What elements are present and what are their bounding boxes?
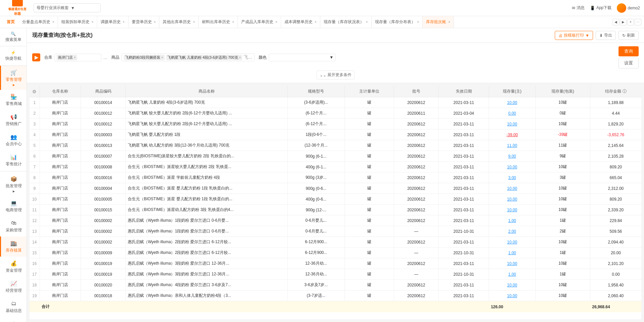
tab-2-close-icon[interactable]: ×	[92, 20, 94, 24]
user-area[interactable]: demo2	[617, 3, 640, 13]
row-qty-main[interactable]: 3.00	[489, 172, 535, 183]
ecommerce-icon: 💻	[10, 200, 17, 206]
color-dropdown[interactable]: ▼	[269, 54, 336, 61]
search-menu-btn[interactable]: 🔍 搜索英单	[2, 30, 24, 44]
row-qty-main[interactable]: 1.00	[489, 248, 535, 258]
row-expiry: 2021-03-11	[439, 280, 489, 290]
table-row: 9 南岸门店 00100004 合生元（BIOSTIME）派星 婴儿配方奶粉 1…	[30, 183, 641, 194]
row-num: 12	[30, 215, 40, 226]
sidebar-item-retail-stats[interactable]: 📊 零售统计	[0, 150, 26, 170]
row-qty-main[interactable]: 10.00	[489, 183, 535, 194]
settings-btn[interactable]: 设置	[619, 58, 639, 68]
tab-1[interactable]: 分量盘点单历史 ×	[19, 16, 58, 28]
row-qty-main[interactable]: 10.00	[489, 205, 535, 215]
expand-more-btn[interactable]: ⌄⌄ 展开更多条件	[317, 70, 355, 79]
tab-2[interactable]: 组装拆卸单历史 ×	[58, 16, 97, 28]
row-qty-main[interactable]: 10.00	[489, 290, 535, 301]
col-warehouse: 仓库名称	[40, 86, 81, 97]
sidebar-item-inventory[interactable]: 🏬 库存核算	[0, 236, 26, 257]
sidebar-item-wholesale[interactable]: 📦 批发管理 ▶	[0, 172, 26, 196]
tab-11-close-icon[interactable]: ×	[448, 20, 450, 24]
row-qty-main[interactable]: 10.00	[489, 97, 535, 108]
row-qty-main[interactable]: 10.00	[489, 280, 535, 290]
sidebar-item-finance[interactable]: 💰 资金管理	[0, 257, 26, 277]
query-btn[interactable]: 查询	[619, 46, 639, 56]
tab-11[interactable]: 库存批次账 ×	[423, 16, 454, 28]
tab-9[interactable]: 现存量（库存状况表） ×	[320, 16, 372, 28]
row-code: 00100018	[81, 290, 126, 301]
app-download-btn[interactable]: 📱 App下载	[590, 5, 611, 11]
page-header: 现存量查询(按仓库+批次) 🖨 按模板打印 ▼ ⬇ 导出 ↻ 刷新	[27, 28, 644, 43]
tab-menu-btn[interactable]: ⋯	[635, 19, 641, 25]
product-tag-0-close-icon[interactable]: ×	[161, 56, 163, 59]
tab-home[interactable]: 首页	[3, 19, 19, 25]
row-unit: 罐	[344, 215, 394, 226]
tab-next-btn[interactable]: ▶	[620, 19, 627, 25]
tab-5-close-icon[interactable]: ×	[193, 20, 195, 24]
tab-5[interactable]: 其他出库单历史 ×	[159, 16, 199, 28]
row-qty-main[interactable]: 11.00	[489, 140, 535, 151]
tab-9-close-icon[interactable]: ×	[366, 20, 368, 24]
export-btn[interactable]: ⬇ 导出	[596, 31, 616, 40]
tab-prev-btn[interactable]: ◀	[612, 19, 619, 25]
tab-4[interactable]: 要货单历史 ×	[128, 16, 160, 28]
sidebar-item-retail-mgmt[interactable]: 🛒 零售管理 ▶	[0, 66, 26, 90]
refresh-btn[interactable]: ↻ 刷新	[619, 31, 639, 40]
row-qty-main[interactable]: 10.00	[489, 237, 535, 248]
sidebar-item-member-center[interactable]: 👥 会员中心	[0, 130, 26, 150]
tab-6[interactable]: 材料出库单历史 ×	[199, 16, 238, 28]
row-warehouse: 南岸门店	[40, 237, 81, 248]
row-qty-main[interactable]: 10.00	[489, 194, 535, 205]
row-qty-main[interactable]: 1.00	[489, 269, 535, 280]
print-btn[interactable]: 🖨 按模板打印 ▼	[555, 31, 593, 40]
row-qty-pkg: 10罐	[535, 183, 590, 194]
tab-10-close-icon[interactable]: ×	[417, 20, 419, 24]
tab-8[interactable]: 成本调整单历史 ×	[281, 16, 320, 28]
row-qty-main[interactable]: 1.00	[489, 215, 535, 226]
table-row: 17 南岸门店 00100019 惠氏启赋（Wyeth illuma）3段奶粉 …	[30, 269, 641, 280]
tab-7-close-icon[interactable]: ×	[275, 20, 277, 24]
tab-11-label: 库存批次账	[426, 19, 446, 25]
warehouse-tags-input[interactable]: 南岸门店 ×	[54, 54, 101, 61]
arrow-right-icon: ▶	[13, 84, 15, 87]
product-tags-input[interactable]: 飞鹤奶粉3段同捆搭装 × 飞鹤星飞帆 儿童奶粉 4段(3-6岁适用) 700克 …	[121, 53, 255, 61]
tab-8-close-icon[interactable]: ×	[315, 20, 317, 24]
row-qty-main[interactable]: 9.00	[489, 151, 535, 162]
col-settings[interactable]: ⚙	[30, 86, 40, 97]
warehouse-tag-0-close-icon[interactable]: ×	[74, 56, 76, 59]
product-tag-1-close-icon[interactable]: ×	[239, 56, 241, 59]
sidebar-item-retail-mall[interactable]: 🏪 零售商城	[0, 90, 26, 110]
shortcut-nav-btn[interactable]: ⚡ 快捷导航	[1, 48, 25, 64]
tab-3[interactable]: 调拨单历史 ×	[97, 16, 128, 28]
tab-6-close-icon[interactable]: ×	[232, 20, 234, 24]
tab-4-close-icon[interactable]: ×	[154, 20, 156, 24]
tab-3-close-icon[interactable]: ×	[123, 20, 125, 24]
row-num: 10	[30, 194, 40, 205]
tab-1-close-icon[interactable]: ×	[52, 20, 54, 24]
row-unit: 罐	[344, 290, 394, 301]
row-qty-main[interactable]: 10.00	[489, 162, 535, 172]
row-qty-main[interactable]: 10.00	[489, 119, 535, 129]
sidebar-item-purchase[interactable]: 🛍 采购管理	[0, 216, 26, 236]
filter-expand-btn[interactable]: ▶	[32, 53, 40, 61]
sidebar-item-basics[interactable]: 🗂 基础信息	[0, 297, 26, 317]
row-name: 合生元（BIOSTIME）派星幼儿配方奶粉 3段 乳铁蛋白的4...	[125, 205, 287, 215]
tab-7[interactable]: 产成品入库单历史 ×	[238, 16, 281, 28]
row-qty-main[interactable]: -39.00	[489, 129, 535, 140]
row-qty-main[interactable]: 2.00	[489, 226, 535, 237]
table-gear-icon[interactable]: ⚙	[32, 89, 37, 94]
messages-btn[interactable]: ✉ 消息	[572, 5, 585, 11]
sidebar-item-marketing[interactable]: 📢 营销推广	[0, 110, 26, 130]
tab-close-btn[interactable]: ×	[627, 19, 634, 25]
row-qty-main[interactable]: 0.00	[489, 108, 535, 119]
row-spec: 0-6月婴儿...	[287, 215, 344, 226]
company-dropdown[interactable]: 母婴行业演示账套 ▼	[34, 3, 101, 12]
table-row: 4 南岸门店 00100003 飞鹤星飞帆 婴儿配方奶粉 1段 1段(0-6个.…	[30, 129, 641, 140]
tab-10[interactable]: 现存量（库存分布表） ×	[372, 16, 423, 28]
sidebar-item-system[interactable]: ⚙ 系统管理	[0, 317, 26, 322]
sidebar-item-operations[interactable]: 📈 经营管理	[0, 277, 26, 297]
row-unit: 罐	[344, 172, 394, 183]
row-qty-main[interactable]: 10.00	[489, 258, 535, 269]
sidebar-item-ecommerce[interactable]: 💻 电商管理	[0, 196, 26, 216]
tab-bar: 首页 分量盘点单历史 × 组装拆卸单历史 × 调拨单历史 × 要货单历史 × 其…	[0, 16, 644, 28]
